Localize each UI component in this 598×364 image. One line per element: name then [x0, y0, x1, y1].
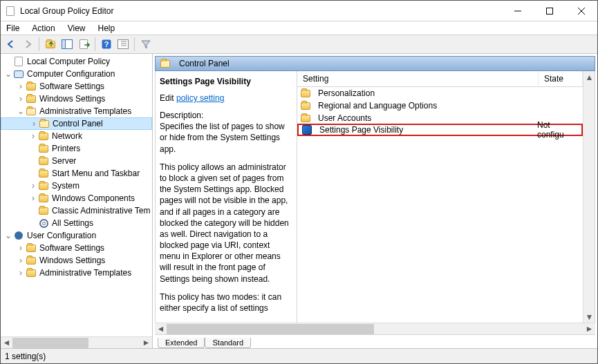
expand-icon[interactable]: › [16, 82, 26, 91]
list-item-settings-page-visibility[interactable]: Settings Page VisibilityNot configu [297, 124, 583, 136]
forward-button[interactable] [20, 37, 35, 52]
maximize-button[interactable] [534, 1, 566, 21]
settings-list: Setting State Personalization Regional a… [297, 71, 583, 323]
tree-label: Windows Components [52, 193, 135, 203]
tab-standard[interactable]: Standard [205, 338, 251, 348]
collapse-icon[interactable]: ⌄ [3, 69, 13, 79]
expand-icon[interactable]: › [16, 94, 26, 104]
filter-button[interactable] [138, 37, 153, 52]
expand-icon[interactable]: › [16, 256, 26, 265]
app-window: Local Group Policy Editor File Action Vi… [0, 0, 598, 364]
close-button[interactable] [566, 1, 597, 21]
tree-label: Control Panel [53, 119, 103, 128]
tree-label: System [52, 181, 80, 191]
app-icon [5, 6, 16, 17]
tree-system[interactable]: ›System [1, 180, 152, 192]
export-button[interactable] [76, 37, 91, 52]
collapse-icon[interactable]: ⌄ [3, 231, 13, 240]
tree-network[interactable]: ›Network [1, 130, 152, 142]
tree-computer-configuration[interactable]: ⌄Computer Configuration [1, 68, 152, 80]
tree-windows-components[interactable]: ›Windows Components [1, 192, 152, 204]
tree-all-settings[interactable]: All Settings [1, 217, 152, 229]
tree-hscrollbar[interactable]: ◄ ► [1, 336, 152, 348]
folder-icon [300, 88, 311, 99]
column-setting[interactable]: Setting [297, 71, 539, 86]
folder-icon [38, 155, 49, 166]
scroll-left-icon[interactable]: ◄ [155, 323, 167, 335]
tree-cc-windows-settings[interactable]: ›Windows Settings [1, 93, 152, 105]
tree-control-panel[interactable]: ›Control Panel [1, 117, 152, 130]
description-p3: This policy has two modes: it can either… [160, 291, 292, 314]
tree-label: Classic Administrative Tem [52, 206, 151, 215]
tree-printers[interactable]: Printers [1, 142, 152, 155]
scroll-thumb[interactable] [167, 324, 374, 334]
expand-icon[interactable]: › [28, 131, 38, 141]
menu-help[interactable]: Help [98, 23, 115, 33]
menu-file[interactable]: File [6, 23, 19, 33]
folder-icon [160, 58, 171, 69]
tree-uc-windows-settings[interactable]: ›Windows Settings [1, 254, 152, 267]
setting-icon [301, 124, 312, 135]
folder-icon [300, 100, 311, 111]
tree-user-configuration[interactable]: ⌄User Configuration [1, 229, 152, 242]
scroll-right-icon[interactable]: ► [140, 337, 152, 349]
page-icon [13, 56, 24, 67]
svg-rect-0 [547, 8, 553, 15]
scroll-right-icon[interactable]: ► [583, 323, 595, 335]
back-button[interactable] [3, 37, 19, 52]
description-p1: Specifies the list of pages to show or h… [160, 122, 285, 153]
list-item-regional-language[interactable]: Regional and Language Options [297, 99, 583, 112]
column-state[interactable]: State [539, 71, 583, 86]
setting-title: Settings Page Visibility [160, 77, 292, 86]
tree-uc-software-settings[interactable]: ›Software Settings [1, 242, 152, 254]
scroll-down-icon[interactable]: ▼ [583, 311, 595, 323]
toolbar-sep-2 [95, 37, 95, 51]
computer-icon [13, 68, 24, 79]
expand-icon[interactable]: › [28, 181, 38, 191]
tree-server[interactable]: Server [1, 155, 152, 167]
list-hscrollbar[interactable]: ◄ ► [155, 323, 595, 334]
tree-cc-admin-templates[interactable]: ⌄Administrative Templates [1, 105, 152, 117]
view-tabs: Extended Standard [155, 334, 595, 348]
tree-uc-admin-templates[interactable]: ›Administrative Templates [1, 267, 152, 279]
tree-label: Network [52, 131, 82, 141]
folder-icon [38, 168, 49, 179]
edit-policy-link[interactable]: policy setting [176, 93, 224, 103]
tab-extended[interactable]: Extended [158, 338, 205, 348]
scroll-up-icon[interactable]: ▲ [583, 71, 595, 83]
item-state: Not configu [537, 120, 581, 140]
tree-cc-software-settings[interactable]: ›Software Settings [1, 80, 152, 93]
show-hide-tree-button[interactable] [59, 37, 75, 52]
tree-start-menu-taskbar[interactable]: Start Menu and Taskbar [1, 167, 152, 180]
tree-pane: Local Computer Policy ⌄Computer Configur… [1, 54, 153, 348]
menubar: File Action View Help [1, 21, 597, 35]
tree-root[interactable]: Local Computer Policy [1, 55, 152, 68]
folder-icon [26, 267, 37, 278]
expand-icon[interactable]: › [16, 243, 26, 253]
collapse-icon[interactable]: ⌄ [16, 106, 26, 116]
item-label: Regional and Language Options [318, 101, 437, 111]
folder-icon [39, 118, 50, 129]
folder-icon [38, 205, 49, 216]
svg-rect-5 [118, 40, 129, 49]
scroll-left-icon[interactable]: ◄ [1, 337, 12, 349]
expand-icon[interactable]: › [29, 119, 39, 128]
minimize-button[interactable] [502, 1, 534, 21]
expand-icon[interactable]: › [16, 268, 26, 278]
tree-label: Administrative Templates [39, 268, 131, 278]
item-label: User Accounts [318, 113, 371, 123]
menu-view[interactable]: View [68, 23, 86, 33]
list-item-personalization[interactable]: Personalization [297, 87, 583, 99]
properties-button[interactable] [115, 37, 131, 52]
help-button[interactable]: ? [99, 37, 114, 52]
tree-classic-admin-templates[interactable]: Classic Administrative Tem [1, 204, 152, 217]
tree-label: Start Menu and Taskbar [52, 169, 140, 178]
expand-icon[interactable]: › [28, 193, 38, 203]
folder-icon [38, 180, 49, 191]
menu-action[interactable]: Action [32, 23, 55, 33]
folder-icon [26, 81, 37, 92]
scroll-thumb[interactable] [12, 338, 88, 348]
details-header-title: Control Panel [179, 59, 230, 68]
list-vscrollbar[interactable]: ▲ ▼ [583, 71, 595, 323]
up-folder-button[interactable] [43, 37, 58, 52]
